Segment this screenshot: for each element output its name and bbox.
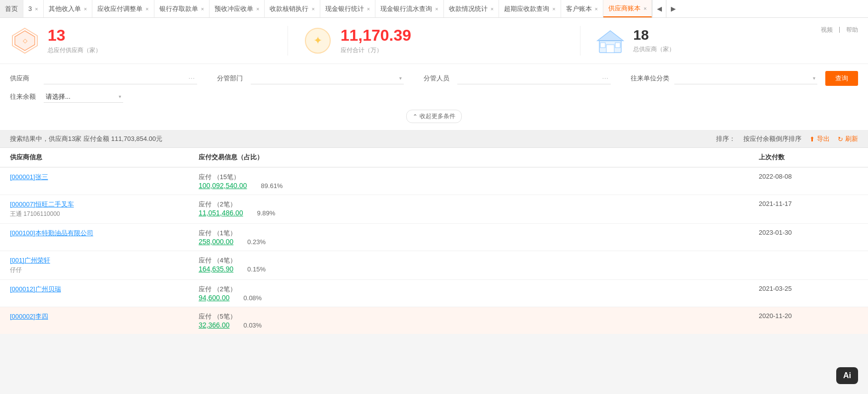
summary-data-suppliers: 13 总应付供应商（家） <box>48 27 101 55</box>
divider1 <box>288 26 288 56</box>
nav-label-advance-ar: 预收冲应收单 <box>215 4 253 13</box>
sort-label: 排序： <box>716 134 735 143</box>
supplier-input-wrap: ··· <box>44 72 197 84</box>
nav-item-ar-ap-adjust[interactable]: 应收应付调整单 × <box>92 0 154 17</box>
result-info: 搜索结果中，供应商13家 应付金额 111,703,854.00元 <box>10 134 162 143</box>
export-button[interactable]: ⬆ 导出 <box>809 134 830 143</box>
supplier-dots-icon[interactable]: ··· <box>186 74 197 83</box>
last-pay-date-1: 2021-11-17 <box>759 200 792 207</box>
trans-amount-1[interactable]: 11,051,486.00 <box>199 209 243 217</box>
supplier-input[interactable] <box>44 72 186 84</box>
table-row: [000007]恒旺二手叉车 王通 17106110000 应付 （2笔） 11… <box>0 195 868 224</box>
supplier-link-3[interactable]: [001]广州荣轩 <box>10 257 50 264</box>
nav-label-cash-bank-flow: 现金银行流水查询 <box>380 4 432 13</box>
close-icon[interactable]: × <box>552 6 555 12</box>
close-icon[interactable]: × <box>367 6 370 12</box>
svg-text:◇: ◇ <box>23 37 28 44</box>
category-select[interactable] <box>674 72 818 84</box>
video-link[interactable]: 视频 <box>821 26 833 34</box>
refresh-button[interactable]: ↻ 刷新 <box>838 134 858 143</box>
nav-item-cash-bank-flow[interactable]: 现金银行流水查询 × <box>375 0 443 17</box>
nav-label-other-income: 其他收入单 <box>49 4 81 13</box>
col-header-lastpay: 上次付数 <box>759 153 858 162</box>
trans-type-3: 应付 （4笔） <box>199 256 236 265</box>
summary-data-payable: 11,170.39 应付合计（万） <box>341 27 411 55</box>
person-dots-icon[interactable]: ··· <box>600 74 610 83</box>
close-icon[interactable]: × <box>311 6 314 12</box>
trans-amount-0[interactable]: 100,092,540.00 <box>199 182 247 190</box>
nav-arrow-right[interactable]: ▶ <box>666 0 680 18</box>
last-pay-date-5: 2020-11-20 <box>759 312 792 320</box>
lastpay-4: 2021-03-25 <box>759 285 858 292</box>
transaction-info-4: 应付 （2笔） 94,600.00 0.08% <box>199 285 759 302</box>
supplier-link-4[interactable]: [000012]广州贝瑞 <box>10 285 61 293</box>
help-link[interactable]: 帮助 <box>846 26 858 34</box>
filter-category-label: 往来单位分类 <box>631 74 670 83</box>
close-icon[interactable]: × <box>644 5 647 11</box>
trans-percent-5: 0.03% <box>243 322 262 329</box>
table-row-inner: [000007]恒旺二手叉车 王通 17106110000 应付 （2笔） 11… <box>0 195 868 223</box>
person-input[interactable] <box>457 72 600 84</box>
nav-item-receipt-verify[interactable]: 收款核销执行 × <box>265 0 320 17</box>
nav-arrow-left[interactable]: ◀ <box>652 0 666 18</box>
nav-label-receipt-stat: 收款情况统计 <box>449 4 488 13</box>
sort-value[interactable]: 按应付余额倒序排序 <box>743 134 801 143</box>
supplier-count: 13 <box>48 27 101 44</box>
filter-row-1: 供应商 ··· 分管部门 ▾ 分管人员 ··· <box>10 71 858 86</box>
query-button[interactable]: 查询 <box>825 71 858 86</box>
close-icon[interactable]: × <box>84 6 87 12</box>
nav-item-bank-deposit[interactable]: 银行存取款单 × <box>154 0 210 17</box>
close-icon[interactable]: × <box>145 6 148 12</box>
nav-item-supplier-ledger[interactable]: 供应商账本 × <box>603 0 652 17</box>
balance-select[interactable]: 请选择... <box>44 91 123 102</box>
nav-label-overdue-ar: 超期应收款查询 <box>504 4 549 13</box>
trans-amount-5[interactable]: 32,366.00 <box>199 321 229 329</box>
close-icon[interactable]: × <box>35 6 38 12</box>
nav-item-customer-ledger[interactable]: 客户账本 × <box>561 0 603 17</box>
svg-marker-6 <box>597 31 623 41</box>
supplier-link-2[interactable]: [000100]本特勤油品有限公司 <box>10 229 93 237</box>
lastpay-2: 2023-01-30 <box>759 229 858 236</box>
close-icon[interactable]: × <box>595 6 598 12</box>
last-pay-date-4: 2021-03-25 <box>759 285 792 292</box>
ai-badge[interactable]: Ai <box>836 367 858 384</box>
collapse-button[interactable]: ⌃ 收起更多条件 <box>406 110 462 123</box>
nav-item-home[interactable]: 首页 <box>0 0 23 17</box>
close-icon[interactable]: × <box>491 6 494 12</box>
close-icon[interactable]: × <box>435 6 438 12</box>
trans-percent-3: 0.15% <box>247 265 266 273</box>
trans-amount-2[interactable]: 258,000.00 <box>199 238 233 246</box>
col-header-supplier: 供应商信息 <box>10 153 199 162</box>
payable-total: 11,170.39 <box>341 27 411 44</box>
trans-type-2: 应付 （1笔） <box>199 229 236 238</box>
table-row-inner: [001]广州荣轩 仔仔 应付 （4笔） 164,635.90 0.15% <box>0 251 868 279</box>
supplier-link-1[interactable]: [000007]恒旺二手叉车 <box>10 200 74 208</box>
close-icon[interactable]: × <box>256 6 259 12</box>
last-pay-date-0: 2022-08-08 <box>759 173 792 180</box>
trans-amount-4[interactable]: 94,600.00 <box>199 294 229 302</box>
supplier-info-3: [001]广州荣轩 仔仔 <box>10 256 199 274</box>
supplier-info-0: [000001]张三 <box>10 173 199 182</box>
nav-item-receipt-stat[interactable]: 收款情况统计 × <box>444 0 499 17</box>
nav-label-3: 3 <box>28 5 32 12</box>
lastpay-5: 2020-11-20 <box>759 312 858 320</box>
nav-item-advance-ar[interactable]: 预收冲应收单 × <box>210 0 265 17</box>
nav-item-other-income[interactable]: 其他收入单 × <box>44 0 92 17</box>
dept-select[interactable] <box>251 72 404 84</box>
trans-amount-3[interactable]: 164,635.90 <box>199 265 233 273</box>
svg-rect-9 <box>615 43 620 48</box>
supplier-link-5[interactable]: [000002]李四 <box>10 313 48 320</box>
supplier-info-2: [000100]本特勤油品有限公司 <box>10 229 199 238</box>
filter-person-label: 分管人员 <box>424 74 453 83</box>
close-icon[interactable]: × <box>201 6 204 12</box>
nav-label-home: 首页 <box>5 4 18 13</box>
supplier-link-0[interactable]: [000001]张三 <box>10 173 48 181</box>
nav-item-3[interactable]: 3 × <box>23 0 44 17</box>
nav-item-overdue-ar[interactable]: 超期应收款查询 × <box>499 0 561 17</box>
lastpay-0: 2022-08-08 <box>759 173 858 180</box>
nav-item-cash-bank-stat[interactable]: 现金银行统计 × <box>320 0 375 17</box>
svg-text:✦: ✦ <box>313 34 322 47</box>
trans-percent-0: 89.61% <box>261 182 283 190</box>
transaction-info-0: 应付 （15笔） 100,092,540.00 89.61% <box>199 173 759 190</box>
nav-label-receipt-verify: 收款核销执行 <box>270 4 308 13</box>
